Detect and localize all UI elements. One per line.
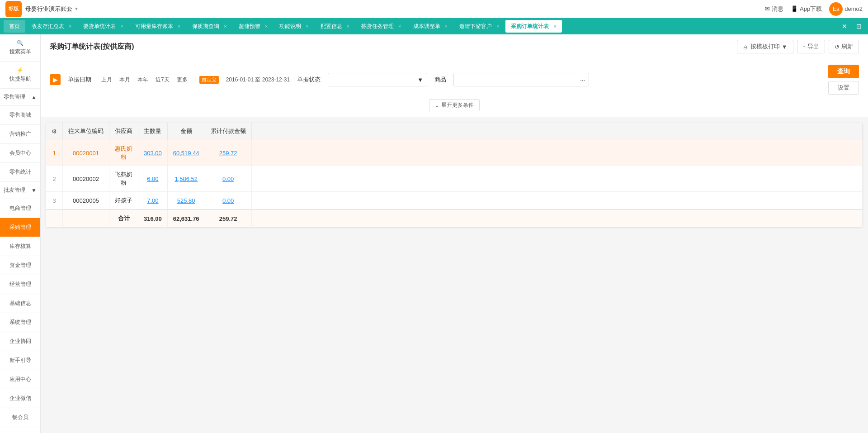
chevron-down-icon: ▼ (782, 43, 788, 50)
tab-peizhixinxi[interactable]: 配置信息 × (315, 20, 355, 33)
row-amount-2[interactable]: 1,586.52 (167, 166, 205, 192)
sidebar-item-retail-mgmt[interactable]: 零售管理 ▲ (0, 89, 40, 106)
filter-row: ▶ 单据日期 上月 本月 本年 近7天 更多 自定义 2016-01-01 至 … (50, 65, 859, 95)
user-area[interactable]: Ea demo2 (829, 2, 863, 16)
sidebar-item-app-center[interactable]: 应用中心 (0, 370, 40, 389)
close-icon[interactable]: × (224, 24, 226, 29)
custom-tag: 自定义 (199, 76, 219, 84)
top-right-area: ✉ 消息 📱 App下载 Ea demo2 (765, 2, 863, 16)
row-index-3: 3 (46, 192, 63, 210)
top-bar: 标版 母婴行业演示账套 ▼ ✉ 消息 📱 App下载 Ea demo2 (0, 0, 868, 18)
row-paid-2[interactable]: 0.00 (205, 166, 251, 192)
sidebar-item-wechat[interactable]: 企业微信 (0, 389, 40, 408)
row-amount-1[interactable]: 60,519.44 (167, 140, 205, 166)
close-icon[interactable]: × (347, 24, 349, 29)
sidebar-item-operations[interactable]: 经营管理 (0, 275, 40, 294)
settings-button[interactable]: 设置 (828, 81, 859, 95)
tab-keyongliang[interactable]: 可用量库存账本 × (130, 20, 186, 33)
print-icon: 🖨 (743, 43, 749, 50)
chevron-up-icon: ▲ (31, 94, 37, 100)
this-year-shortcut[interactable]: 本年 (135, 75, 151, 85)
sidebar-item-marketing[interactable]: 营销推广 (0, 125, 40, 144)
filter-actions: 查询 设置 (828, 65, 859, 95)
date-range-display[interactable]: 2016-01-01 至 2023-12-31 (226, 76, 290, 84)
more-shortcut[interactable]: 更多 (174, 75, 190, 85)
page-actions: 🖨 按模板打印 ▼ ↑ 导出 ↺ 刷新 (737, 40, 859, 53)
tab-shofazun[interactable]: 收发存汇总表 × (26, 20, 77, 33)
goods-input[interactable]: ··· (453, 73, 589, 86)
nav-tabs: 首页 收发存汇总表 × 要货单统计表 × 可用量库存账本 × 保质期查询 × 超… (0, 18, 868, 34)
tab-chaochu[interactable]: 超储预警 × (233, 20, 273, 33)
expand-more-button[interactable]: ⌄ 展开更多条件 (429, 99, 480, 111)
sidebar-item-ecommerce[interactable]: 电商管理 (0, 199, 40, 218)
row-amount-3[interactable]: 525.80 (167, 192, 205, 210)
content-area: 采购订单统计表(按供应商) 🖨 按模板打印 ▼ ↑ 导出 ↺ 刷新 (41, 34, 868, 433)
tab-yaohuo[interactable]: 要货单统计表 × (78, 20, 128, 33)
query-button[interactable]: 查询 (828, 65, 859, 78)
message-button[interactable]: ✉ 消息 (765, 5, 783, 13)
sidebar-item-enterprise-collab[interactable]: 企业协同 (0, 332, 40, 351)
close-icon[interactable]: × (306, 24, 308, 29)
tab-caigou-active[interactable]: 采购订单统计表 × (505, 20, 561, 33)
sidebar-item-vip[interactable]: 畅会员 (0, 408, 40, 427)
status-select[interactable]: ▼ (328, 73, 427, 86)
sidebar-item-inventory[interactable]: 库存核算 (0, 237, 40, 256)
export-icon: ↑ (803, 43, 806, 50)
sidebar-item-wholesale[interactable]: 批发管理 ▼ (0, 182, 40, 199)
close-icon[interactable]: × (69, 24, 71, 29)
close-window-icon[interactable]: ✕ (839, 22, 850, 31)
sidebar-item-basic-info[interactable]: 基础信息 (0, 294, 40, 313)
template-print-button[interactable]: 🖨 按模板打印 ▼ (737, 40, 793, 53)
nav-icon: ⚡ (17, 67, 24, 73)
footer-label: 合计 (109, 209, 138, 227)
col-code: 往来单位编码 (63, 123, 109, 140)
more-icon[interactable]: ··· (580, 76, 585, 83)
sidebar-item-purchase[interactable]: 采购管理 (0, 218, 40, 237)
tab-chengben[interactable]: 成本调整单 × (408, 20, 453, 33)
sidebar-item-finance[interactable]: 资金管理 (0, 256, 40, 275)
close-icon[interactable]: × (553, 24, 556, 29)
phone-icon: 📱 (791, 5, 798, 12)
tab-baozhi[interactable]: 保质期查询 × (187, 20, 232, 33)
close-icon[interactable]: × (178, 24, 180, 29)
close-icon[interactable]: × (265, 24, 268, 29)
col-settings[interactable]: ⚙ (46, 123, 63, 140)
app-download-button[interactable]: 📱 App下载 (791, 5, 822, 13)
sidebar-item-retail-mall[interactable]: 零售商城 (0, 106, 40, 125)
workspace-selector[interactable]: 母婴行业演示账套 ▼ (25, 5, 79, 13)
expand-more-area: ⌄ 展开更多条件 (50, 99, 859, 111)
data-table: ⚙ 往来单位编码 供应商 主数量 金额 累计付款金额 1 00020001 惠氏… (46, 123, 863, 227)
sidebar-item-newbie[interactable]: 新手引导 (0, 351, 40, 370)
row-qty-2[interactable]: 6.00 (138, 166, 168, 192)
row-qty-1[interactable]: 303.00 (138, 140, 168, 166)
tab-gongneng[interactable]: 功能说明 × (274, 20, 314, 33)
row-index-2: 2 (46, 166, 63, 192)
avatar: Ea (829, 2, 843, 16)
date-shortcuts: 上月 本月 本年 近7天 更多 (99, 75, 190, 85)
row-paid-3[interactable]: 0.00 (205, 192, 251, 210)
footer-paid: 259.72 (205, 209, 251, 227)
last-month-shortcut[interactable]: 上月 (99, 75, 115, 85)
sidebar-item-nav[interactable]: ⚡ 快捷导航 (0, 62, 40, 89)
refresh-button[interactable]: ↺ 刷新 (829, 40, 859, 53)
row-paid-1[interactable]: 259.72 (205, 140, 251, 166)
main-layout: 🔍 搜索英单 ⚡ 快捷导航 零售管理 ▲ 零售商城 营销推广 会员中心 零售统计… (0, 34, 868, 433)
last-7-days-shortcut[interactable]: 近7天 (153, 75, 172, 85)
footer-empty-1 (46, 209, 63, 227)
filter-toggle-button[interactable]: ▶ (50, 74, 61, 85)
sidebar-item-members[interactable]: 会员中心 (0, 144, 40, 163)
close-icon[interactable]: × (398, 24, 401, 29)
row-qty-3[interactable]: 7.00 (138, 192, 168, 210)
sidebar-item-search[interactable]: 🔍 搜索英单 (0, 34, 40, 62)
tab-jianhuo[interactable]: 拣货任务管理 × (356, 20, 406, 33)
this-month-shortcut[interactable]: 本月 (117, 75, 133, 85)
close-icon[interactable]: × (496, 24, 499, 29)
close-icon[interactable]: × (120, 24, 123, 29)
sidebar-item-retail-stats[interactable]: 零售统计 (0, 163, 40, 182)
tab-home[interactable]: 首页 (4, 20, 25, 33)
tab-yaoqing[interactable]: 邀请下游客户 × (454, 20, 505, 33)
export-button[interactable]: ↑ 导出 (797, 40, 826, 53)
maximize-icon[interactable]: ⊡ (854, 22, 864, 31)
sidebar-item-system[interactable]: 系统管理 (0, 313, 40, 332)
close-icon[interactable]: × (445, 24, 448, 29)
